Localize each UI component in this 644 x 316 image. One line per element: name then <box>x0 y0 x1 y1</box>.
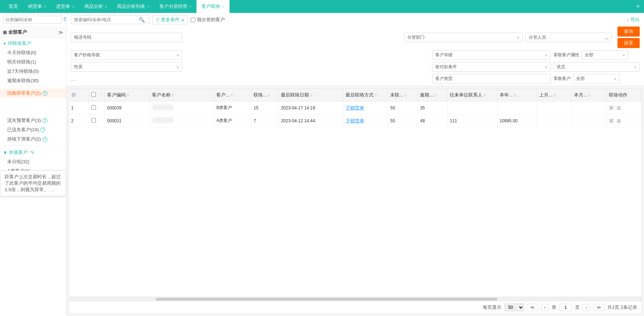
edit-icon[interactable]: ✎ <box>31 150 34 155</box>
info-icon-3[interactable]: ? <box>40 127 45 132</box>
retail-attr-select[interactable]: 全部 ∨ <box>582 50 628 60</box>
tooltip-more-link[interactable]: ... <box>51 187 55 192</box>
th-unit-contact[interactable]: 往来单位联系人⇅ <box>448 89 497 102</box>
nav-tab-product-list[interactable]: 商品分析列表 × <box>112 0 154 13</box>
th-level[interactable]: 客户...⇅ <box>214 89 251 102</box>
manager-filter[interactable]: 分管人员 ... <box>525 33 612 42</box>
first-page-btn[interactable]: ≪ <box>527 304 538 311</box>
global-search-input[interactable] <box>74 17 139 22</box>
query-button[interactable]: 查询 <box>617 27 640 37</box>
next-page-btn[interactable]: › <box>583 304 590 311</box>
close-tab-product-analysis[interactable]: × <box>105 4 107 9</box>
sort-tmonth-icon[interactable]: ⇅ <box>588 93 591 97</box>
th-this-month[interactable]: 本月...⇅ <box>572 89 607 102</box>
price-grade-filter[interactable]: 客户价格等级 ∨ <box>71 50 182 60</box>
th-code[interactable]: 客户编码⇅ <box>105 89 149 102</box>
sidebar-item-overdue[interactable]: 逾期未联络(30) <box>0 76 66 85</box>
sidebar-collapse-icon[interactable]: ≫ <box>58 30 63 35</box>
sidebar-search-icon[interactable]: 🔍 <box>63 17 66 23</box>
sidebar-search-input[interactable] <box>3 16 62 24</box>
th-this-year[interactable]: 本年...⇅ <box>497 89 537 102</box>
contact-icon-1[interactable]: ⌘ <box>609 105 614 111</box>
td-method-2[interactable]: 下销货单 <box>343 114 388 127</box>
td-checkbox-2[interactable] <box>89 114 105 127</box>
manager-dots[interactable]: ... <box>604 35 608 40</box>
th-last-date[interactable]: 最后联络日期⇅ <box>279 89 343 102</box>
scroll-thumb[interactable] <box>156 298 498 301</box>
sort-level-icon[interactable]: ⇅ <box>230 93 233 97</box>
payment-filter[interactable]: 收付款条件 ∨ <box>432 62 551 72</box>
horizontal-scrollbar[interactable] <box>69 297 641 301</box>
export-btn[interactable]: ↑ 导出 <box>627 16 640 23</box>
settings-button[interactable]: 设置 <box>617 38 640 48</box>
per-page-select[interactable]: 50 20 100 <box>504 303 524 311</box>
nav-tab-sales[interactable]: 销货单 × <box>23 0 51 13</box>
customer-type-filter[interactable]: 客户类型 <box>432 74 551 84</box>
th-overdue[interactable]: 逾期...⇅ <box>418 89 448 102</box>
filter-dots[interactable]: ... <box>71 76 75 82</box>
info-icon-4[interactable]: ? <box>42 137 47 142</box>
row-checkbox-1[interactable] <box>91 105 96 110</box>
customer-grade-filter[interactable]: 客户等级 ∨ <box>432 50 551 60</box>
more-conditions-btn[interactable]: ▽ 更多条件 ∧ <box>153 15 188 24</box>
close-tab-customer-contact[interactable]: × <box>222 4 224 9</box>
sidebar-item-declining[interactable]: 持续下滑客户(2) ? <box>0 135 66 144</box>
close-all-tabs[interactable]: × <box>636 3 640 10</box>
sidebar-pending-group[interactable]: ▼ 待联络客户 <box>0 38 66 48</box>
select-all-checkbox[interactable] <box>91 92 96 97</box>
td-method-1[interactable]: 下销货单 <box>343 102 388 114</box>
sidebar-item-ungrouped[interactable]: 未分组(32) <box>0 157 66 166</box>
th-name[interactable]: 客户名称⇅ <box>149 89 214 102</box>
th-last-method[interactable]: 最后联络方式⇅ <box>343 89 388 102</box>
row-checkbox-2[interactable] <box>91 118 96 123</box>
close-tab-sales[interactable]: × <box>44 4 46 9</box>
sidebar-item-churned[interactable]: 已流失客户(24) ? <box>0 125 66 135</box>
th-checkbox[interactable] <box>89 89 105 102</box>
nav-tab-purchase[interactable]: 进货单 × <box>51 0 79 13</box>
nav-tab-product-analysis[interactable]: 商品分析 × <box>79 0 112 13</box>
gender-filter[interactable]: 性质 ∨ <box>71 62 182 72</box>
sort-date-icon[interactable]: ⇅ <box>310 93 312 97</box>
nav-tab-home[interactable]: 首页 <box>4 0 23 13</box>
sort-lmonth-icon[interactable]: ⇅ <box>553 93 556 97</box>
sidebar-item-7days[interactable]: 近7天待联络(0) <box>0 67 66 76</box>
sort-contact-icon[interactable]: ⇅ <box>268 93 270 97</box>
search-orange-icon[interactable]: 🔍 <box>139 17 145 23</box>
page-input[interactable] <box>559 304 572 311</box>
retail-customer-select[interactable]: 全部 ∨ <box>573 74 620 84</box>
more-icon-1[interactable]: ⊞ <box>617 105 621 111</box>
sort-method-icon[interactable]: ⇅ <box>374 93 377 97</box>
sort-overdue-icon[interactable]: ⇅ <box>434 93 437 97</box>
th-pending[interactable]: 未联...⇅ <box>388 89 418 102</box>
close-tab-product-list[interactable]: × <box>147 4 149 9</box>
more-icon-2[interactable]: ⊞ <box>617 118 621 124</box>
sidebar-item-tomorrow[interactable]: 明天待联络(1) <box>0 57 66 67</box>
th-contact-count[interactable]: 联络...⇅ <box>251 89 279 102</box>
global-search-box[interactable]: 🔍 <box>71 15 150 24</box>
nav-tab-customer-tier[interactable]: 客户分层经营 × <box>154 0 196 13</box>
td-checkbox-1[interactable] <box>89 102 105 114</box>
phone-filter[interactable]: 电话号码 <box>71 33 182 42</box>
nav-tab-customer-contact[interactable]: 客户联络 × <box>196 0 229 13</box>
contact-icon-2[interactable]: ⌘ <box>609 118 614 124</box>
sort-name-icon[interactable]: ⇅ <box>171 93 174 97</box>
sort-year-icon[interactable]: ⇅ <box>514 93 516 97</box>
sort-code-icon[interactable]: ⇅ <box>126 93 129 97</box>
sidebar-value-group[interactable]: ▼ 价值客户 ✎ <box>0 147 66 157</box>
dept-filter[interactable]: 分管部门 ∨ <box>404 33 523 42</box>
info-icon[interactable]: ? <box>42 91 47 96</box>
sidebar-item-repurchase-abnormal[interactable]: 回购异常客户(2) ? <box>0 89 66 98</box>
sidebar-item-churn-warning[interactable]: 流失预警客户(3) ? <box>0 116 66 125</box>
sort-unit-icon[interactable]: ⇅ <box>483 93 486 97</box>
info-icon-2[interactable]: ? <box>42 118 47 123</box>
sidebar-item-today[interactable]: 今天待联络(0) <box>0 48 66 57</box>
sort-pending-icon[interactable]: ⇅ <box>404 93 407 97</box>
table-settings-icon[interactable]: ⚙ <box>71 92 76 98</box>
th-last-month[interactable]: 上月...⇅ <box>537 89 572 102</box>
sidebar-all-customers-section[interactable]: ⊞ 全部客户 ≫ <box>0 27 66 38</box>
prev-page-btn[interactable]: ‹ <box>541 304 549 311</box>
my-customers-check[interactable] <box>191 18 195 22</box>
close-tab-purchase[interactable]: × <box>72 4 74 9</box>
my-customers-checkbox[interactable]: 我分管的客户 <box>191 16 225 23</box>
status-filter[interactable]: 状态 ∨ <box>553 62 640 72</box>
